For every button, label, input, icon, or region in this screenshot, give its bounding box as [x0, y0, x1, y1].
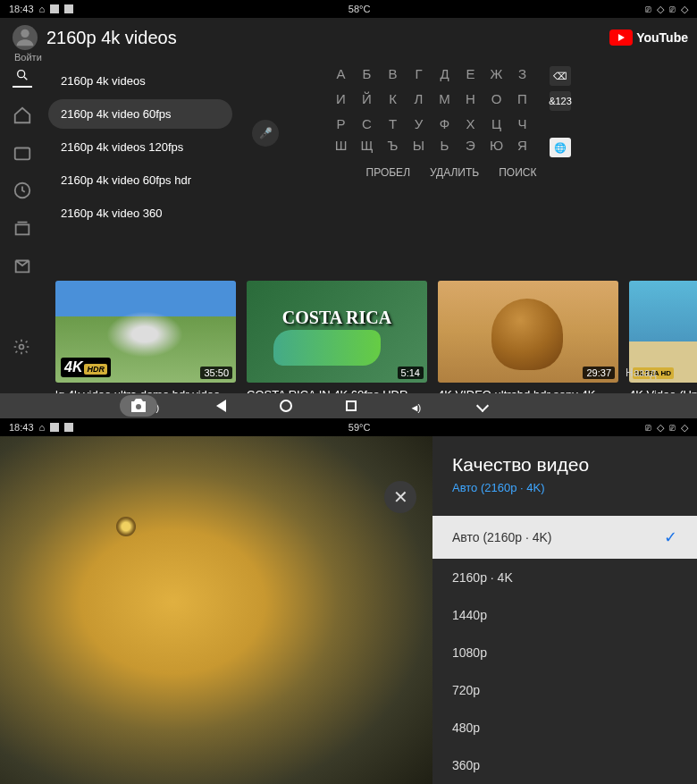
expand-button[interactable] [475, 400, 488, 412]
video-result[interactable]: 29:374K VIDEO ultrahd hdr sony 4K VIDEOS… [438, 281, 618, 393]
quality-option[interactable]: 360p [432, 746, 697, 784]
sidebar-settings[interactable] [13, 338, 30, 359]
home-icon: ⌂ [39, 422, 46, 433]
key[interactable]: У [409, 116, 428, 132]
quality-option[interactable]: 1080p [432, 634, 697, 671]
sidebar-subs[interactable] [13, 218, 32, 238]
search-query: 2160p 4k videos [46, 28, 177, 48]
key[interactable]: З [513, 66, 532, 82]
status-bar-2: 18:43 ⌂ 59°C ⎚ ◇ ⎚ ◇ [0, 418, 697, 436]
key[interactable]: Г [409, 66, 428, 82]
sidebar-movies[interactable] [13, 143, 32, 163]
cast-icon: ⎚ [645, 422, 651, 433]
key[interactable]: О [487, 91, 506, 107]
suggestion-item[interactable]: 2160p 4k videos [48, 66, 232, 96]
svg-line-2 [24, 77, 27, 80]
recents-button[interactable] [346, 400, 357, 411]
symbols-key[interactable]: &123 [550, 91, 571, 111]
close-button[interactable]: ✕ [384, 481, 416, 513]
check-icon: ✓ [664, 527, 677, 547]
app-icon [50, 423, 59, 432]
key[interactable]: Й [357, 91, 376, 107]
volume-icon[interactable] [410, 399, 424, 413]
key[interactable]: А [332, 66, 350, 82]
key[interactable]: Ш [332, 138, 350, 154]
mic-button[interactable]: 🎤 [252, 120, 279, 147]
back-label[interactable]: Назад [626, 367, 656, 379]
key[interactable]: Ы [409, 138, 428, 154]
svg-point-0 [21, 30, 29, 38]
quality-option[interactable]: 2160p · 4K [432, 559, 697, 596]
key[interactable]: К [383, 91, 402, 107]
sidebar-history[interactable] [13, 181, 32, 200]
suggestion-item[interactable]: 2160p 4k video 60fps hdr [48, 165, 232, 195]
avatar[interactable] [13, 25, 38, 50]
video-result[interactable]: 5:14COSTA RICACOSTA RICA IN 4K 60fps HDR… [247, 281, 427, 393]
cast-icon: ⎚ [669, 4, 676, 14]
key[interactable]: Ж [487, 66, 506, 82]
search-results: 35:504KHDRlg 4k video ultra demo hdr vid… [0, 275, 697, 393]
key[interactable]: Ч [513, 116, 532, 132]
key[interactable]: Ю [487, 138, 506, 154]
video-result[interactable]: 35:504KHDRlg 4k video ultra demo hdr vid… [55, 281, 236, 393]
svg-rect-5 [16, 224, 29, 234]
svg-point-7 [20, 345, 24, 350]
sidebar-library[interactable] [13, 256, 32, 275]
quality-panel: Качество видео Авто (2160p · 4K) Авто (2… [432, 436, 697, 784]
key[interactable]: Ц [487, 116, 506, 132]
key[interactable]: Э [461, 138, 480, 154]
quality-option[interactable]: 720p [432, 671, 697, 709]
quality-option[interactable]: 1440p [432, 596, 697, 634]
quality-title: Качество видео [432, 454, 697, 476]
key[interactable]: С [357, 116, 376, 132]
home-button[interactable] [280, 400, 292, 412]
key[interactable]: Л [409, 91, 428, 107]
key[interactable]: Ъ [383, 138, 402, 154]
video-quality-screen: ✕ Качество видео Авто (2160p · 4K) Авто … [0, 436, 697, 784]
youtube-logo[interactable]: YouTube [609, 30, 688, 46]
keyboard-action[interactable]: УДАЛИТЬ [430, 166, 479, 179]
key[interactable]: И [332, 91, 350, 107]
sidebar-home[interactable] [13, 105, 32, 125]
key[interactable]: Б [357, 66, 376, 82]
status-temp: 59°C [73, 422, 645, 433]
key[interactable]: П [513, 91, 532, 107]
key[interactable]: Е [461, 66, 480, 82]
app-icon [64, 4, 73, 13]
quality-option[interactable]: 480p [432, 709, 697, 746]
keyboard-action[interactable]: ПРОБЕЛ [366, 166, 410, 179]
signal-icon: ◇ [657, 422, 664, 434]
suggestion-item[interactable]: 2160p 4k videos 120fps [48, 132, 232, 162]
signal-icon: ◇ [681, 4, 688, 15]
key[interactable]: Х [461, 116, 480, 132]
suggestion-item[interactable]: 2160p 4k video 60fps [48, 99, 232, 129]
key[interactable]: Ф [435, 116, 454, 132]
youtube-search-screen: 2160p 4k videos YouTube Войти 2160p 4k v… [0, 18, 697, 393]
key[interactable]: Р [332, 116, 350, 132]
quality-subtitle: Авто (2160p · 4K) [432, 481, 697, 494]
key[interactable]: Т [383, 116, 402, 132]
home-icon: ⌂ [39, 4, 46, 14]
globe-key[interactable]: 🌐 [550, 138, 571, 157]
app-icon [64, 423, 73, 432]
signin-label[interactable]: Войти [14, 52, 697, 63]
key[interactable]: Я [513, 138, 532, 154]
key[interactable]: М [435, 91, 454, 107]
svg-rect-3 [15, 148, 30, 160]
key[interactable]: В [383, 66, 402, 82]
video-preview[interactable]: ✕ [0, 436, 432, 784]
backspace-key[interactable]: ⌫ [550, 66, 571, 86]
sidebar-search[interactable] [13, 68, 32, 88]
quality-option[interactable]: Авто (2160p · 4K)✓ [432, 516, 697, 559]
camera-button[interactable] [120, 395, 157, 417]
back-button[interactable] [216, 400, 226, 412]
key[interactable]: Н [461, 91, 480, 107]
svg-point-8 [136, 404, 141, 409]
suggestion-item[interactable]: 2160p 4k video 360 [48, 198, 232, 228]
key[interactable]: Щ [357, 138, 376, 154]
status-bar-1: 18:43 ⌂ 58°C ⎚ ◇ ⎚ ◇ [0, 0, 697, 18]
keyboard-action[interactable]: ПОИСК [499, 166, 536, 179]
cast-icon: ⎚ [669, 422, 676, 433]
key[interactable]: Д [435, 66, 454, 82]
key[interactable]: Ь [435, 138, 454, 154]
